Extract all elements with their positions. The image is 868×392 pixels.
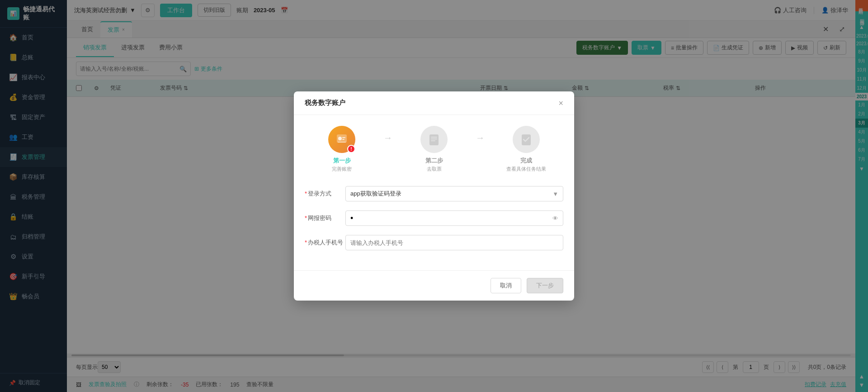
login-method-label: 登录方式 (305, 190, 345, 198)
svg-rect-8 (431, 140, 435, 141)
step-2-icon-wrap (420, 126, 448, 153)
step-1-icon-wrap: ! (328, 126, 355, 153)
modal-title: 税务数字账户 (305, 99, 345, 107)
modal-body: ! 第一步 完善账密 → (294, 115, 574, 270)
step-1: ! 第一步 完善账密 (305, 126, 379, 172)
login-method-field: 登录方式 app获取验证码登录 ▼ (305, 186, 563, 201)
modal-footer: 取消 下一步 (294, 270, 574, 301)
svg-rect-5 (429, 134, 439, 145)
login-method-value: app获取验证码登录 (350, 190, 401, 198)
tax-digital-account-modal: 税务数字账户 × (294, 91, 574, 301)
modal-overlay: 税务数字账户 × (0, 0, 868, 392)
step-1-desc: 完善账密 (332, 166, 352, 172)
step-3-label: 完成 (520, 157, 532, 165)
step-arrow-2: → (471, 126, 489, 143)
login-method-dropdown-icon: ▼ (552, 191, 558, 197)
password-label: 网报密码 (305, 214, 345, 222)
svg-rect-2 (342, 137, 345, 138)
step-3-desc: 查看具体任务结果 (506, 166, 546, 172)
step-2: 第二步 去取票 (397, 126, 471, 172)
step-1-label: 第一步 (333, 157, 351, 165)
password-field: 网报密码 👁 (305, 210, 563, 226)
eye-icon[interactable]: 👁 (552, 215, 558, 222)
step-1-svg (335, 133, 349, 146)
cancel-btn[interactable]: 取消 (491, 278, 521, 293)
step-3-circle (513, 126, 540, 153)
modal-header: 税务数字账户 × (294, 91, 574, 115)
svg-rect-3 (342, 139, 344, 140)
svg-rect-7 (431, 139, 437, 139)
svg-rect-4 (338, 142, 346, 143)
phone-field: 办税人手机号 (305, 235, 563, 250)
phone-label: 办税人手机号 (305, 239, 345, 247)
password-input[interactable] (350, 214, 552, 223)
step-1-badge: ! (347, 145, 355, 153)
password-input-wrap[interactable]: 👁 (345, 210, 563, 226)
step-2-circle (420, 126, 448, 153)
svg-point-1 (338, 137, 342, 140)
phone-input[interactable] (350, 239, 558, 246)
modal-close-btn[interactable]: × (558, 99, 563, 107)
step-2-desc: 去取票 (427, 166, 442, 172)
step-2-svg (427, 133, 441, 146)
svg-rect-6 (431, 137, 437, 138)
next-btn[interactable]: 下一步 (527, 278, 563, 293)
step-3: 完成 查看具体任务结果 (489, 126, 563, 172)
step-2-label: 第二步 (425, 157, 443, 165)
steps-indicator: ! 第一步 完善账密 → (305, 126, 563, 172)
phone-input-wrap[interactable] (345, 235, 563, 250)
step-3-svg (519, 133, 533, 146)
step-arrow-1: → (379, 126, 397, 143)
step-3-icon-wrap (513, 126, 540, 153)
login-method-select[interactable]: app获取验证码登录 ▼ (345, 186, 563, 201)
